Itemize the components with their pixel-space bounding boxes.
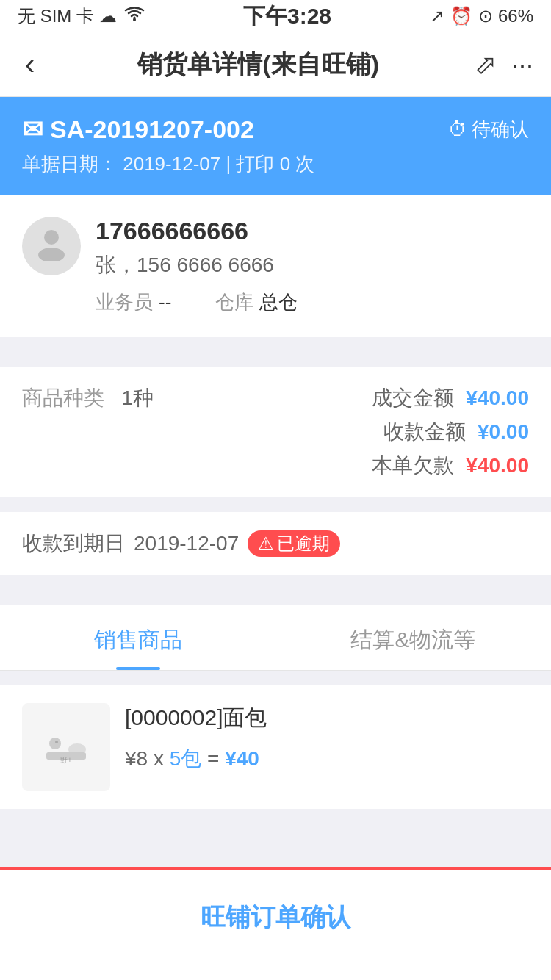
amounts: 成交金额 ¥40.00 收款金额 ¥0.00 本单欠款 ¥40.00 <box>372 384 529 480</box>
warehouse-label: 仓库 <box>215 289 253 315</box>
sales-value: -- <box>159 291 171 314</box>
confirm-order-button[interactable]: 旺铺订单确认 <box>22 884 529 951</box>
product-total: ¥40 <box>225 747 259 770</box>
more-icon[interactable]: ··· <box>511 49 533 80</box>
clock-icon: ⏱ <box>448 118 467 141</box>
person-icon <box>33 224 70 269</box>
order-status: ⏱ 待确认 <box>448 117 529 143</box>
amount-row: 成交金额 ¥40.00 <box>372 384 529 412</box>
amount-value: ¥40.00 <box>466 386 529 410</box>
svg-point-3 <box>49 738 61 749</box>
location-icon: ↗ <box>430 6 444 26</box>
status-time: 下午3:28 <box>243 1 331 32</box>
debt-value: ¥40.00 <box>466 454 529 478</box>
product-qty: 5包 <box>170 747 202 770</box>
type-label: 商品种类 <box>22 386 104 409</box>
wifi-icon <box>124 6 145 26</box>
product-price: ¥8 x 5包 = ¥40 <box>125 745 529 773</box>
svg-point-4 <box>55 741 58 743</box>
no-sim-text: 无 SIM 卡 ☁ <box>18 4 117 28</box>
received-value: ¥0.00 <box>478 420 529 444</box>
back-button[interactable]: ‹ <box>18 40 42 88</box>
product-type: 商品种类 1种 <box>22 384 154 412</box>
nav-actions: ⬀ ··· <box>475 49 533 80</box>
received-row: 收款金额 ¥0.00 <box>383 418 529 446</box>
customer-meta: 业务员 -- 仓库 总仓 <box>96 289 529 315</box>
warning-icon: ⚠ <box>258 533 274 554</box>
order-number: ✉ SA-20191207-002 <box>22 115 254 144</box>
due-label: 收款到期日 <box>22 530 125 558</box>
warehouse-value: 总仓 <box>259 289 298 315</box>
order-banner: ✉ SA-20191207-002 ⏱ 待确认 单据日期： 2019-12-07… <box>0 97 551 195</box>
customer-info: 17666666666 张，156 6666 6666 业务员 -- 仓库 总仓 <box>96 217 529 315</box>
product-section: 野+ [0000002]面包 ¥8 x 5包 = ¥40 <box>0 685 551 809</box>
status-bar: 无 SIM 卡 ☁ 下午3:28 ↗ ⏰ ⊙ 66% <box>0 0 551 32</box>
sales-item: 业务员 -- <box>96 289 171 315</box>
bottom-bar: 旺铺订单确认 <box>0 867 551 980</box>
svg-point-1 <box>44 230 59 245</box>
debt-label: 本单欠款 <box>372 452 454 480</box>
customer-phone: 17666666666 <box>96 217 529 245</box>
tabs-section: 销售商品 结算&物流等 <box>0 605 551 671</box>
page-title: 销货单详情(来自旺铺) <box>42 48 475 82</box>
sales-label: 业务员 <box>96 289 153 315</box>
product-name: [0000002]面包 <box>125 703 529 733</box>
divider-2 <box>0 590 551 605</box>
product-thumbnail: 野+ <box>22 703 110 791</box>
svg-point-2 <box>38 248 65 261</box>
share-icon[interactable]: ⬀ <box>475 49 497 80</box>
status-right: ↗ ⏰ ⊙ 66% <box>430 6 533 26</box>
summary-section: 商品种类 1种 成交金额 ¥40.00 收款金额 ¥0.00 本单欠款 ¥40.… <box>0 367 551 497</box>
tab-sales-goods[interactable]: 销售商品 <box>0 605 276 670</box>
avatar <box>22 217 81 275</box>
order-icon: ✉ <box>22 115 43 144</box>
nav-bar: ‹ 销货单详情(来自旺铺) ⬀ ··· <box>0 32 551 97</box>
product-info: [0000002]面包 ¥8 x 5包 = ¥40 <box>125 703 529 773</box>
svg-point-0 <box>133 18 136 21</box>
amount-label: 成交金额 <box>372 384 454 412</box>
price-text: ¥8 x <box>125 747 170 770</box>
status-left: 无 SIM 卡 ☁ <box>18 4 145 28</box>
customer-section: 17666666666 张，156 6666 6666 业务员 -- 仓库 总仓 <box>0 195 551 337</box>
due-date: 2019-12-07 <box>134 532 239 555</box>
debt-row: 本单欠款 ¥40.00 <box>372 452 529 480</box>
svg-text:野+: 野+ <box>60 756 72 764</box>
alarm-icon: ⏰ <box>450 6 472 26</box>
tab-settlement[interactable]: 结算&物流等 <box>276 605 551 670</box>
warehouse-item: 仓库 总仓 <box>215 289 298 315</box>
type-value: 1种 <box>121 386 154 409</box>
customer-name-phone: 张，156 6666 6666 <box>96 251 529 279</box>
equals-text: = <box>201 747 225 770</box>
order-date: 单据日期： 2019-12-07 | 打印 0 次 <box>22 151 529 177</box>
received-label: 收款金额 <box>383 418 466 446</box>
battery-text: ⊙ 66% <box>478 6 533 26</box>
divider-1 <box>0 352 551 367</box>
due-section: 收款到期日 2019-12-07 ⚠ 已逾期 <box>0 512 551 575</box>
overdue-badge: ⚠ 已逾期 <box>248 530 340 557</box>
